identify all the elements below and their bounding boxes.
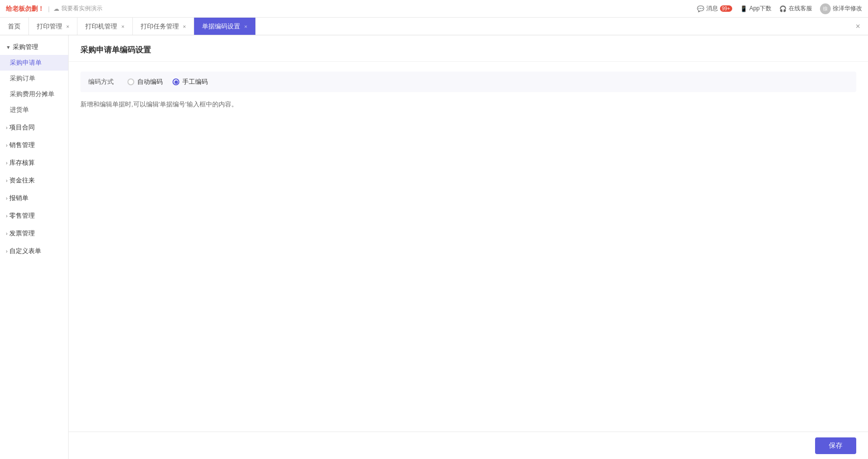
sidebar-group-project-title[interactable]: › 项目合同 bbox=[0, 120, 68, 135]
sidebar-item-purchase-order-label: 采购订单 bbox=[10, 75, 35, 82]
sidebar-group-sales: › 销售管理 bbox=[0, 137, 68, 153]
sidebar-group-returns-title[interactable]: › 报销单 bbox=[0, 190, 68, 206]
sidebar-item-goods-receipt[interactable]: 进货单 bbox=[0, 102, 68, 118]
sidebar-item-purchase-request-label: 采购申请单 bbox=[10, 59, 42, 66]
sidebar-group-retail-title[interactable]: › 零售管理 bbox=[0, 208, 68, 224]
tabbar-close-button[interactable]: × bbox=[848, 22, 868, 31]
message-badge: 99+ bbox=[720, 5, 732, 12]
sidebar-group-custom: › 自定义表单 bbox=[0, 243, 68, 259]
collapse-arrow-returns-icon: › bbox=[6, 196, 7, 201]
expand-arrow-icon: ▼ bbox=[6, 45, 11, 50]
top-bar-right: 💬 消息 99+ 📱 App下数 🎧 在线客服 徐 徐泽华修改 bbox=[697, 3, 862, 14]
save-button[interactable]: 保存 bbox=[815, 437, 856, 454]
tab-home[interactable]: 首页 bbox=[0, 18, 29, 35]
radio-auto-code-label: 自动编码 bbox=[137, 77, 163, 86]
app-logo: 给老板勿删！ bbox=[6, 4, 44, 13]
sidebar-group-purchase-label: 采购管理 bbox=[13, 43, 38, 51]
tab-bar: 首页 打印管理 × 打印机管理 × 打印任务管理 × 单据编码设置 × × bbox=[0, 18, 868, 35]
search-text: 我要看实例演示 bbox=[61, 4, 102, 13]
form-area: 编码方式 自动编码 手工编码 新增和编辑单据时,可以编辑'单据编号'输入框中的内… bbox=[69, 62, 868, 432]
sidebar-group-project: › 项目合同 bbox=[0, 120, 68, 135]
sidebar-group-invoice-title[interactable]: › 发票管理 bbox=[0, 226, 68, 241]
hint-text: 新增和编辑单据时,可以编辑'单据编号'输入框中的内容。 bbox=[80, 100, 856, 109]
search-bar[interactable]: ☁ 我要看实例演示 bbox=[53, 4, 102, 13]
collapse-arrow-capital-icon: › bbox=[6, 178, 7, 183]
sidebar-group-retail: › 零售管理 bbox=[0, 208, 68, 224]
sidebar-item-purchase-expense[interactable]: 采购费用分摊单 bbox=[0, 86, 68, 102]
tab-printer-mgmt[interactable]: 打印机管理 × bbox=[77, 18, 132, 35]
message-icon: 💬 bbox=[697, 5, 704, 12]
tab-doc-code-label: 单据编码设置 bbox=[202, 22, 240, 31]
user-name: 徐泽华修改 bbox=[833, 4, 862, 13]
online-service-action[interactable]: 🎧 在线客服 bbox=[779, 4, 812, 13]
collapse-arrow-inventory-icon: › bbox=[6, 160, 7, 166]
sidebar-group-sales-title[interactable]: › 销售管理 bbox=[0, 137, 68, 153]
radio-manual-code-circle bbox=[173, 78, 179, 85]
main-layout: ▼ 采购管理 采购申请单 采购订单 采购费用分摊单 进货单 › 项目合同 bbox=[0, 35, 868, 459]
tab-print-mgmt-label: 打印管理 bbox=[37, 22, 62, 31]
tab-print-task[interactable]: 打印任务管理 × bbox=[133, 18, 194, 35]
sidebar-group-custom-title[interactable]: › 自定义表单 bbox=[0, 243, 68, 259]
encode-method-label: 编码方式 bbox=[88, 77, 118, 86]
content-area: 采购申请单编码设置 编码方式 自动编码 手工编码 新增和编辑单据时,可以编辑'单… bbox=[69, 35, 868, 459]
sidebar-group-project-label: 项目合同 bbox=[9, 123, 35, 132]
sidebar-item-purchase-expense-label: 采购费用分摊单 bbox=[10, 90, 54, 98]
tab-print-mgmt[interactable]: 打印管理 × bbox=[29, 18, 77, 35]
encode-method-row: 编码方式 自动编码 手工编码 bbox=[80, 72, 856, 92]
tab-doc-code-close[interactable]: × bbox=[244, 24, 247, 29]
sidebar-group-purchase-title[interactable]: ▼ 采购管理 bbox=[0, 39, 68, 55]
content-footer: 保存 bbox=[69, 432, 868, 459]
app-download-icon: 📱 bbox=[740, 5, 747, 12]
sidebar-group-invoice-label: 发票管理 bbox=[9, 229, 35, 238]
sidebar-group-invoice: › 发票管理 bbox=[0, 226, 68, 241]
collapse-arrow-sales-icon: › bbox=[6, 143, 7, 148]
cloud-icon: ☁ bbox=[53, 5, 59, 12]
collapse-arrow-invoice-icon: › bbox=[6, 231, 7, 236]
tab-printer-mgmt-close[interactable]: × bbox=[121, 24, 124, 29]
sidebar: ▼ 采购管理 采购申请单 采购订单 采购费用分摊单 进货单 › 项目合同 bbox=[0, 35, 69, 459]
content-header: 采购申请单编码设置 bbox=[69, 35, 868, 62]
radio-auto-code-circle bbox=[127, 78, 134, 85]
app-download-label: App下数 bbox=[749, 4, 771, 13]
top-bar-left: 给老板勿删！ | ☁ 我要看实例演示 bbox=[6, 4, 102, 13]
divider: | bbox=[48, 5, 50, 12]
sidebar-group-capital-title[interactable]: › 资金往来 bbox=[0, 173, 68, 188]
radio-manual-code[interactable]: 手工编码 bbox=[173, 77, 208, 86]
radio-group: 自动编码 手工编码 bbox=[127, 77, 208, 86]
sidebar-group-inventory-title[interactable]: › 库存核算 bbox=[0, 155, 68, 171]
tab-doc-code[interactable]: 单据编码设置 × bbox=[194, 18, 255, 35]
radio-auto-code[interactable]: 自动编码 bbox=[127, 77, 163, 86]
online-service-label: 在线客服 bbox=[789, 4, 812, 13]
sidebar-group-sales-label: 销售管理 bbox=[9, 141, 35, 150]
sidebar-group-inventory-label: 库存核算 bbox=[9, 158, 35, 167]
collapse-arrow-project-icon: › bbox=[6, 125, 7, 130]
collapse-arrow-custom-icon: › bbox=[6, 249, 7, 254]
top-bar: 给老板勿删！ | ☁ 我要看实例演示 💬 消息 99+ 📱 App下数 🎧 在线… bbox=[0, 0, 868, 18]
tab-printer-mgmt-label: 打印机管理 bbox=[85, 22, 117, 31]
tab-print-task-close[interactable]: × bbox=[183, 24, 186, 29]
sidebar-group-inventory: › 库存核算 bbox=[0, 155, 68, 171]
headset-icon: 🎧 bbox=[779, 5, 787, 12]
tab-print-mgmt-close[interactable]: × bbox=[66, 24, 69, 29]
sidebar-group-purchase: ▼ 采购管理 采购申请单 采购订单 采购费用分摊单 进货单 bbox=[0, 39, 68, 118]
message-action[interactable]: 💬 消息 99+ bbox=[697, 4, 732, 13]
message-label: 消息 bbox=[706, 4, 718, 13]
page-title: 采购申请单编码设置 bbox=[80, 45, 856, 55]
sidebar-group-returns: › 报销单 bbox=[0, 190, 68, 206]
sidebar-group-capital-label: 资金往来 bbox=[9, 176, 35, 185]
radio-manual-code-label: 手工编码 bbox=[182, 77, 208, 86]
sidebar-group-custom-label: 自定义表单 bbox=[9, 247, 41, 255]
user-profile[interactable]: 徐 徐泽华修改 bbox=[820, 3, 862, 14]
sidebar-item-purchase-request[interactable]: 采购申请单 bbox=[0, 55, 68, 71]
sidebar-group-returns-label: 报销单 bbox=[9, 194, 28, 203]
collapse-arrow-retail-icon: › bbox=[6, 213, 7, 219]
tab-print-task-label: 打印任务管理 bbox=[141, 22, 179, 31]
tab-home-label: 首页 bbox=[8, 22, 21, 31]
avatar: 徐 bbox=[820, 3, 831, 14]
sidebar-item-purchase-order[interactable]: 采购订单 bbox=[0, 71, 68, 86]
sidebar-item-goods-receipt-label: 进货单 bbox=[10, 106, 29, 113]
sidebar-group-retail-label: 零售管理 bbox=[9, 211, 35, 220]
sidebar-group-capital: › 资金往来 bbox=[0, 173, 68, 188]
app-download-action[interactable]: 📱 App下数 bbox=[740, 4, 771, 13]
